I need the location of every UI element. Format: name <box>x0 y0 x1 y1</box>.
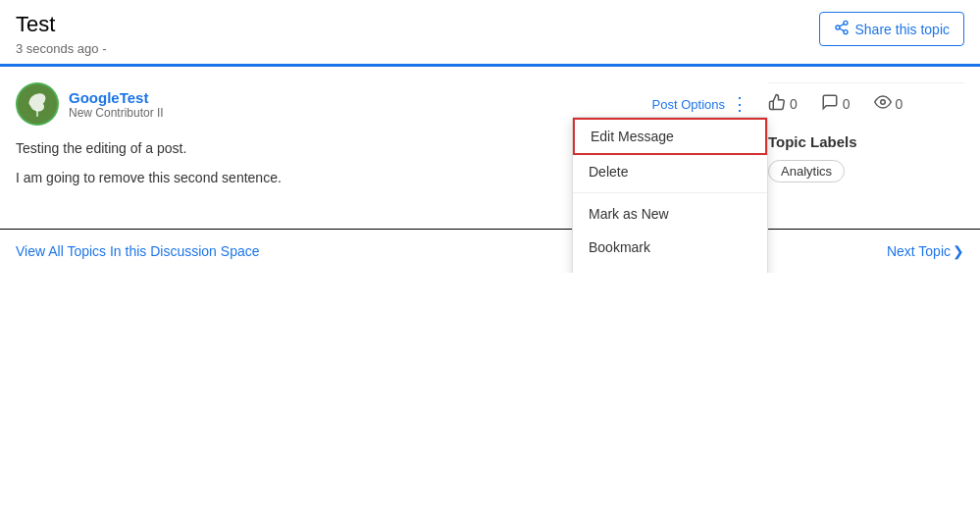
svg-point-2 <box>844 30 848 34</box>
share-icon <box>834 20 850 38</box>
page-title: Test <box>16 12 107 37</box>
edit-message-item[interactable]: Edit Message <box>573 118 767 155</box>
bookmark-item[interactable]: Bookmark <box>573 231 767 264</box>
post-author: GoogleTest New Contributor II <box>16 82 164 126</box>
svg-line-3 <box>839 28 844 31</box>
svg-point-0 <box>844 21 848 25</box>
post-options-dropdown: Edit Message Delete Mark as New Bookmark… <box>572 117 768 273</box>
share-topic-button[interactable]: Share this topic <box>819 12 965 46</box>
svg-point-1 <box>836 26 840 29</box>
views-count: 0 <box>874 93 903 114</box>
post-area: GoogleTest New Contributor II Post Optio… <box>16 82 748 205</box>
likes-value: 0 <box>790 96 798 112</box>
comment-icon <box>821 93 839 114</box>
next-topic-label: Next Topic <box>887 243 951 259</box>
avatar <box>16 82 59 126</box>
post-reactions: 0 0 0 <box>768 82 964 114</box>
main-content: GoogleTest New Contributor II Post Optio… <box>0 67 980 221</box>
svg-line-4 <box>839 24 844 26</box>
view-icon <box>874 93 892 114</box>
topic-labels-title: Topic Labels <box>768 133 964 150</box>
svg-point-9 <box>880 100 885 105</box>
author-role: New Contributor II <box>69 106 164 120</box>
post-header: GoogleTest New Contributor II Post Optio… <box>16 82 748 126</box>
post-options-dots-icon[interactable]: ⋮ <box>731 93 748 115</box>
view-all-topics-link[interactable]: View All Topics In this Discussion Space <box>16 243 260 259</box>
page-header: Test 3 seconds ago - Share this topic <box>0 0 980 67</box>
right-sidebar: 0 0 0 Topic Labels <box>768 82 964 205</box>
like-icon <box>768 93 786 114</box>
post-options-link[interactable]: Post Options <box>652 97 725 112</box>
next-topic-chevron-icon: ❯ <box>953 243 964 259</box>
author-info: GoogleTest New Contributor II <box>69 89 164 120</box>
views-value: 0 <box>896 96 903 112</box>
next-topic-link[interactable]: Next Topic ❯ <box>887 243 964 259</box>
comments-value: 0 <box>843 96 851 112</box>
post-options-area[interactable]: Post Options ⋮ Edit Message Delete Mark … <box>652 93 748 115</box>
page-subtitle: 3 seconds ago - <box>16 41 107 56</box>
analytics-label[interactable]: Analytics <box>768 160 845 182</box>
delete-item[interactable]: Delete <box>573 155 767 188</box>
dropdown-divider-1 <box>573 192 767 193</box>
header-left: Test 3 seconds ago - <box>16 12 107 56</box>
subscribe-item[interactable]: Subscribe <box>573 264 767 273</box>
mark-as-new-item[interactable]: Mark as New <box>573 197 767 231</box>
comments-count: 0 <box>821 93 851 114</box>
author-name[interactable]: GoogleTest <box>69 89 164 106</box>
share-button-label: Share this topic <box>855 22 951 37</box>
bottom-bar: View All Topics In this Discussion Space… <box>0 229 980 273</box>
likes-count[interactable]: 0 <box>768 93 798 114</box>
